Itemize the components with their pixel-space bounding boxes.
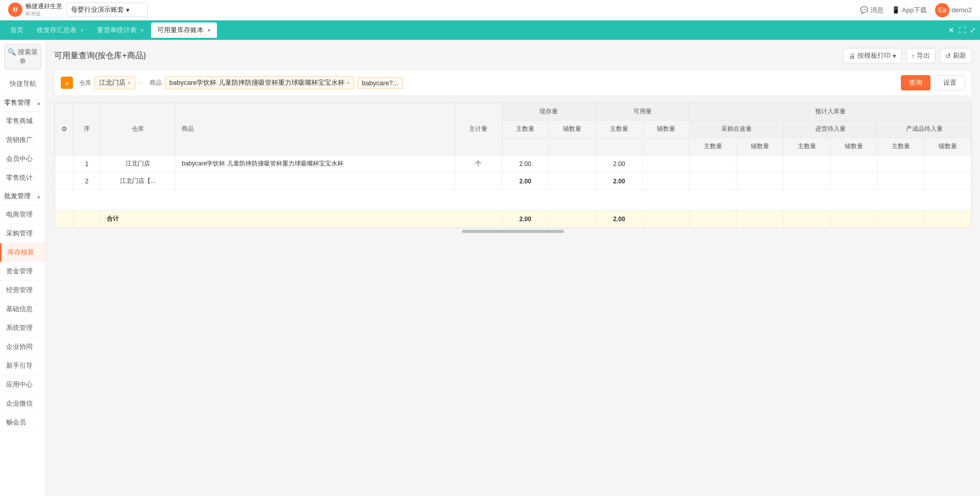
filter-expand-btn[interactable]: » [61,77,73,89]
tab-available-stock[interactable]: 可用量库存账本 × [151,22,217,38]
sidebar-item-marketing[interactable]: 营销推广 [0,131,45,150]
tab-close-all-icon[interactable]: ✕ [948,26,954,34]
summary-settings [55,210,74,228]
row1-pt-main [690,155,737,173]
chevron-down-icon: ▾ [126,6,130,14]
page-title: 可用量查询(按仓库+商品) [54,51,146,61]
app-download-btn[interactable]: 📱 App下载 [892,6,927,15]
tab-available-stock-close[interactable]: × [208,28,211,33]
export-label: 导出 [917,51,930,60]
col-header-current-aux: 辅数量 [549,121,596,138]
sidebar-item-member-center[interactable]: 会员中心 [0,150,45,169]
col-group-purchase-transit: 采购在途量 [690,121,783,138]
sidebar-item-purchase[interactable]: 采购管理 [0,224,45,243]
sidebar-item-inventory[interactable]: 库存核算 [0,243,45,262]
print-template-btn[interactable]: 🖨 按模板打印 ▾ [843,48,902,63]
tab-order-stats-close[interactable]: × [141,28,144,33]
summary-prod-aux [924,210,971,228]
warehouse-filter-tag[interactable]: 江北门店 × [94,76,135,89]
row1-no: 1 [74,155,101,173]
download-icon: 📱 [892,6,900,14]
message-btn[interactable]: 💬 消息 [860,6,884,15]
top-bar: 好 畅捷通好生意 标准版 母婴行业演示账套 ▾ 💬 消息 📱 App下载 Ea … [0,0,980,20]
col-header-av-aux2 [643,138,690,155]
finance-label: 资金管理 [6,267,33,275]
tab-order-stats[interactable]: 要货单统计表 × [91,22,150,38]
row1-product: babycare学饮杯 儿童防摔防撞吸管杯重力球吸嘴杯宝宝水杯 [175,155,455,173]
system-label: 系统管理 [6,324,33,332]
top-bar-right: 💬 消息 📱 App下载 Ea demo2 [860,3,972,17]
settings-btn[interactable]: 设置 [935,75,965,90]
tenant-name: 母婴行业演示账套 [71,5,124,14]
sidebar-item-operations[interactable]: 经营管理 [0,281,45,300]
summary-current-main: 2.00 [502,210,549,228]
row2-warehouse: 江北门店【... [101,173,176,190]
row2-current-aux [549,173,596,190]
tab-receive-pay[interactable]: 收发存汇总表 × [31,22,90,38]
sidebar-item-finance[interactable]: 资金管理 [0,262,45,281]
sidebar-item-wechat-work[interactable]: 企业微信 [0,394,45,413]
user-area[interactable]: Ea demo2 [935,3,972,17]
tab-order-stats-label: 要货单统计表 [97,26,137,35]
col-header-warehouse: 仓库 [101,103,176,155]
search-menu-btn[interactable]: 🔍 搜索菜单 [4,44,41,69]
settings-icon: ⚙ [61,125,67,133]
tab-home[interactable]: 首页 [4,22,30,38]
export-btn[interactable]: ↑ 导出 [906,48,936,63]
refresh-btn[interactable]: ↺ 刷新 [940,48,972,63]
page-actions: 🖨 按模板打印 ▾ ↑ 导出 ↺ 刷新 [843,48,972,63]
sidebar-item-collaboration[interactable]: 企业协同 [0,338,45,357]
retail-arrow-icon: ▲ [36,100,41,106]
col-group-available: 可用量 [596,103,690,121]
tab-restore-icon[interactable]: ⛶ [959,26,966,34]
sidebar-item-quick-nav[interactable]: 快捷导航 [0,74,45,94]
product-filter-tag-1[interactable]: babycare学饮杯 儿童防摔防撞吸管杯重力球吸嘴杯宝宝水杯 × [165,76,354,89]
print-icon: 🖨 [849,52,855,60]
sidebar-item-system[interactable]: 系统管理 [0,319,45,338]
tab-receive-pay-close[interactable]: × [81,28,84,33]
member-center-label: 会员中心 [6,155,33,162]
row2-available-main: 2.00 [596,173,643,190]
sidebar-item-retail-stats[interactable]: 零售统计 [0,169,45,187]
summary-pt-aux [737,210,783,228]
quick-nav-label: 快捷导航 [10,80,36,87]
query-btn[interactable]: 查询 [901,75,930,90]
warehouse-more-icon[interactable]: ··· [138,79,143,86]
sidebar-item-online-store[interactable]: 零售商城 [0,112,45,131]
sidebar: 🔍 搜索菜单 快捷导航 零售管理 ▲ 零售商城 营销推广 会员中心 零售统计 批… [0,40,46,496]
page-header: 可用量查询(按仓库+商品) 🖨 按模板打印 ▾ ↑ 导出 ↺ 刷新 [54,48,972,63]
sidebar-item-newbie[interactable]: 新手引导 [0,357,45,375]
product-filter-label: 商品 [150,79,162,87]
purchase-label: 采购管理 [6,229,33,237]
product-filter-group: 商品 babycare学饮杯 儿童防摔防撞吸管杯重力球吸嘴杯宝宝水杯 × bab… [150,76,403,89]
sidebar-section-retail[interactable]: 零售管理 ▲ [0,94,45,112]
table-settings-header[interactable]: ⚙ [55,103,74,155]
table-row: 2 江北门店【... 2.00 2.00 [55,173,971,190]
tab-bar-right: ✕ ⛶ ⤢ [948,26,976,34]
horizontal-scrollbar[interactable] [54,228,972,234]
col-header-prod-aux: 辅数量 [924,138,971,155]
refresh-label: 刷新 [953,51,966,60]
row2-unit [455,173,502,190]
warehouse-filter-remove[interactable]: × [128,80,131,86]
scroll-thumb[interactable] [462,230,564,233]
sidebar-item-member[interactable]: 畅会员 [0,413,45,432]
tab-receive-pay-label: 收发存汇总表 [37,26,77,35]
tenant-selector[interactable]: 母婴行业演示账套 ▾ [66,3,148,17]
message-icon: 💬 [860,6,868,14]
tab-bar: 首页 收发存汇总表 × 要货单统计表 × 可用量库存账本 × ✕ ⛶ ⤢ [0,20,980,40]
sidebar-item-ecommerce[interactable]: 电商管理 [0,205,45,224]
tab-maximize-icon[interactable]: ⤢ [970,26,976,34]
product-filter-remove-1[interactable]: × [347,80,350,86]
sidebar-item-app-center[interactable]: 应用中心 [0,375,45,394]
filter-actions: 查询 设置 [901,75,965,90]
row1-prod-aux [924,155,971,173]
sidebar-section-wholesale[interactable]: 批发管理 ▲ [0,187,45,205]
sidebar-item-basic-info[interactable]: 基础信息 [0,300,45,319]
logo-sub: 标准版 [26,10,62,17]
product-filter-tag-2[interactable]: babycare?... [357,77,403,89]
row1-in-main [783,155,830,173]
summary-no [74,210,101,228]
row2-pt-main [690,173,737,190]
col-header-current-main: 主数量 [502,121,549,138]
